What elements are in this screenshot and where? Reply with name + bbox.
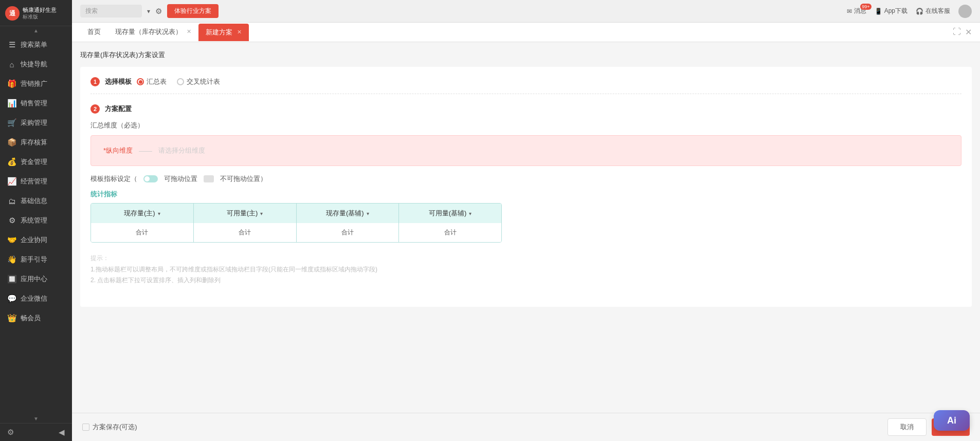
sidebar-item-label: 系统管理 [21, 216, 47, 225]
sidebar-item-appstore[interactable]: 🔲 应用中心 [0, 269, 72, 289]
section-plan-config: 2 方案配置 汇总维度（必选） *纵向维度 —— 请选择分组维度 模板指标设定（… [90, 104, 961, 286]
guide-icon: 👋 [7, 255, 16, 264]
sidebar-item-vip[interactable]: 👑 畅会员 [0, 308, 72, 328]
page-title: 现存量(库存状况表)方案设置 [80, 50, 972, 60]
purchase-icon: 🛒 [7, 118, 16, 127]
stats-col-header-1[interactable]: 可用量(主) ▾ [194, 204, 297, 223]
online-service-button[interactable]: 🎧 在线客服 [916, 7, 950, 15]
not-movable-label: 不可拖动位置） [220, 174, 267, 183]
sidebar-item-quicknav[interactable]: ⌂ 快捷导航 [0, 54, 72, 74]
sidebar-item-purchase[interactable]: 🛒 采购管理 [0, 113, 72, 133]
home-icon: ⌂ [7, 60, 16, 69]
col-dropdown-3[interactable]: ▾ [469, 211, 471, 216]
sidebar-item-label: 采购管理 [21, 118, 47, 127]
stats-table-body: 合计 合计 合计 合计 [91, 223, 501, 242]
app-download-button[interactable]: 📱 App下载 [875, 7, 908, 15]
col-dropdown-2[interactable]: ▾ [367, 211, 369, 216]
sidebar-item-search[interactable]: ☰ 搜索菜单 [0, 35, 72, 54]
sidebar-item-guide[interactable]: 👋 新手引导 [0, 250, 72, 269]
sidebar-scroll-down[interactable]: ▼ [0, 414, 72, 423]
settings-icon[interactable]: ⚙ [7, 428, 14, 437]
service-icon: 🎧 [916, 8, 923, 15]
sidebar-item-finance[interactable]: 💰 资金管理 [0, 152, 72, 172]
section1-title: 选择模板 [105, 77, 132, 86]
col-header-label-3: 可用量(基辅) [429, 209, 467, 218]
sidebar-item-label: 经营管理 [21, 177, 47, 186]
tab-inventory-label: 现存量（库存状况表） [115, 27, 182, 36]
movable-badge [143, 175, 158, 182]
tab-collapse-icon[interactable]: ✕ [965, 27, 972, 37]
sidebar-item-system[interactable]: ⚙ 系统管理 [0, 211, 72, 230]
col-header-label-0: 现存量(主) [124, 209, 155, 218]
sidebar-item-sales[interactable]: 📊 销售管理 [0, 94, 72, 113]
sidebar-item-inventory[interactable]: 📦 库存核算 [0, 133, 72, 152]
template-indicator-prefix: 模板指标设定（ [90, 174, 137, 183]
sidebar-item-label: 应用中心 [21, 274, 47, 284]
radio-summary-circle [137, 78, 144, 85]
radio-summary-table[interactable]: 汇总表 [137, 77, 167, 86]
sidebar-item-label: 新手引导 [21, 255, 47, 264]
tab-inventory-status[interactable]: 现存量（库存状况表） ✕ [108, 23, 198, 42]
tips-item-1: 2. 点击标题栏下拉可设置排序、插入列和删除列 [90, 275, 961, 286]
search-menu-icon: ☰ [7, 40, 16, 49]
col-dropdown-0[interactable]: ▾ [158, 211, 160, 216]
experience-plan-button[interactable]: 体验行业方案 [167, 4, 219, 18]
not-movable-icon [204, 175, 214, 182]
col-dropdown-1[interactable]: ▾ [260, 211, 263, 216]
messages-button[interactable]: ✉ 消息 99+ [847, 7, 866, 15]
section1-header: 1 选择模板 汇总表 交叉统计表 [90, 77, 961, 86]
tab-inventory-close-icon[interactable]: ✕ [187, 28, 191, 35]
tips-item-0: 1.拖动标题栏可以调整布局，不可跨维度或指标区域拖动栏目字段(只能在同一维度或指… [90, 264, 961, 275]
sidebar-item-base-info[interactable]: 🗂 基础信息 [0, 191, 72, 211]
template-radio-group: 汇总表 交叉统计表 [137, 77, 220, 86]
messages-badge: 99+ [860, 4, 871, 10]
radio-cross-table[interactable]: 交叉统计表 [177, 77, 220, 86]
topbar-gear-icon[interactable]: ⚙ [155, 7, 162, 16]
stats-col-header-0[interactable]: 现存量(主) ▾ [91, 204, 194, 223]
save-label: 方案保存(可选) [93, 422, 137, 432]
bottom-bar: 方案保存(可选) 取消 查询 [72, 413, 980, 441]
cancel-button[interactable]: 取消 [887, 418, 927, 436]
tab-home[interactable]: 首页 [80, 23, 108, 42]
sidebar-scroll-up[interactable]: ▲ [0, 26, 72, 35]
sidebar-item-label: 营销推广 [21, 79, 47, 88]
topbar-left: 搜索 ▾ ⚙ 体验行业方案 [80, 4, 219, 18]
tab-new-plan[interactable]: 新建方案 ✕ [198, 24, 249, 41]
radio-summary-label: 汇总表 [147, 77, 167, 86]
topbar-right: ✉ 消息 99+ 📱 App下载 🎧 在线客服 [847, 5, 972, 18]
section1-divider [90, 94, 961, 94]
stats-col-header-2[interactable]: 现存量(基辅) ▾ [297, 204, 400, 223]
save-checkbox[interactable] [82, 424, 89, 431]
topbar-dropdown-icon[interactable]: ▾ [147, 8, 150, 15]
sidebar-item-marketing[interactable]: 🎁 营销推广 [0, 74, 72, 94]
col-body-value-0: 合计 [136, 228, 148, 237]
stats-section-label: 统计指标 [90, 190, 961, 199]
sidebar-item-enterprise[interactable]: 🤝 企业协同 [0, 230, 72, 250]
sidebar-item-management[interactable]: 📈 经营管理 [0, 172, 72, 191]
tips-section: 提示： 1.拖动标题栏可以调整布局，不可跨维度或指标区域拖动栏目字段(只能在同一… [90, 253, 961, 286]
save-option: 方案保存(可选) [82, 422, 137, 432]
sidebar: 通 畅康通好生意 标准版 ▲ ☰ 搜索菜单 ⌂ 快捷导航 🎁 营销推广 📊 销售… [0, 0, 72, 441]
message-icon: ✉ [847, 8, 852, 15]
sidebar-item-label: 企业协同 [21, 235, 47, 245]
col-body-value-1: 合计 [239, 228, 251, 237]
app-name: 畅康通好生意 [23, 6, 57, 13]
wechat-icon: 💬 [7, 294, 16, 303]
dimension-selection-box[interactable]: *纵向维度 —— 请选择分组维度 [90, 135, 961, 166]
settings-card: 1 选择模板 汇总表 交叉统计表 [80, 67, 972, 307]
management-icon: 📈 [7, 177, 16, 186]
app-download-icon: 📱 [875, 8, 882, 15]
section2-number: 2 [90, 104, 100, 114]
stats-col-header-3[interactable]: 可用量(基辅) ▾ [399, 204, 501, 223]
ai-float-button[interactable]: Ai [934, 410, 970, 431]
appstore-icon: 🔲 [7, 274, 16, 284]
vertical-dim-dash: —— [139, 147, 152, 155]
sidebar-item-label: 资金管理 [21, 157, 47, 167]
collapse-sidebar-icon[interactable]: ◀ [59, 428, 65, 437]
sidebar-item-wechat[interactable]: 💬 企业微信 [0, 289, 72, 308]
stats-col-body-0: 合计 [91, 223, 194, 242]
tab-new-plan-close-icon[interactable]: ✕ [237, 29, 242, 35]
sidebar-item-label: 快捷导航 [21, 60, 47, 69]
tab-expand-icon[interactable]: ⛶ [953, 27, 961, 37]
user-avatar[interactable] [958, 5, 972, 18]
